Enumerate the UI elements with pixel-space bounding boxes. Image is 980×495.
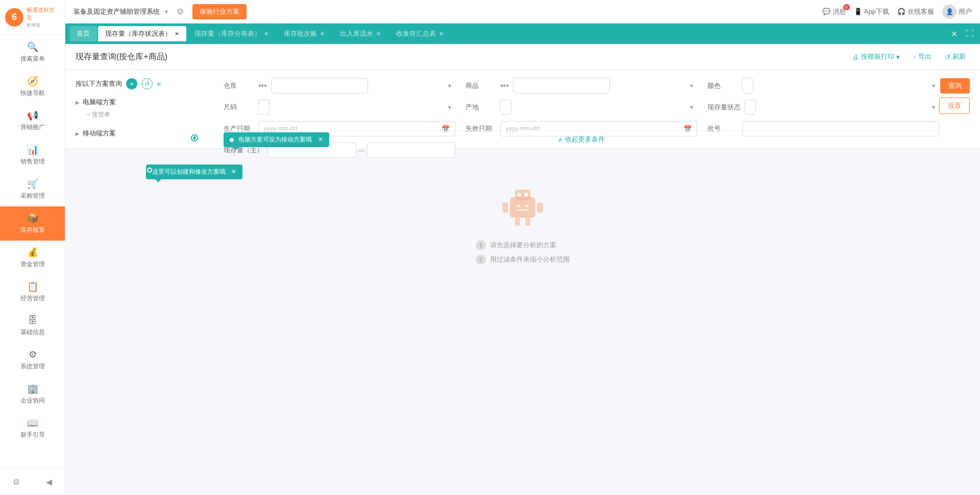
sidebar-item-operations[interactable]: 📋经营管理 — [0, 275, 65, 309]
tooltip1-connector — [192, 135, 197, 140]
svg-rect-10 — [517, 209, 529, 211]
goods-options-icon[interactable]: ••• — [500, 81, 509, 90]
scheme-desktop-label: 电脑端方案 — [83, 98, 116, 107]
tab-close-icon[interactable]: ✕ — [264, 31, 268, 37]
sales-icon: 📊 — [27, 144, 38, 155]
expand-icon-mobile[interactable]: ▶ — [76, 131, 80, 136]
tab-inventory_status[interactable]: 现存量（库存状况表）✕ — [98, 26, 186, 41]
warehouse-options-icon[interactable]: ••• — [258, 81, 267, 90]
sidebar-item-guide[interactable]: 📖新手引导 — [0, 411, 65, 445]
empty-step-1: 1 请先选择要分析的方案 — [476, 240, 570, 250]
phone-icon: 📱 — [854, 8, 862, 15]
color-field: 颜色 — [707, 78, 939, 93]
svg-rect-4 — [502, 202, 508, 213]
tab-close-icon[interactable]: ✕ — [320, 31, 325, 37]
empty-illustration — [497, 179, 548, 232]
color-label: 颜色 — [707, 81, 738, 90]
print-icon: 🖨 — [852, 53, 859, 61]
sidebar-item-search[interactable]: 🔍搜索菜单 — [0, 35, 65, 69]
system-dropdown-icon[interactable]: ▾ — [165, 8, 168, 15]
nav-label: 企业协同 — [20, 396, 45, 405]
svg-rect-0 — [510, 197, 535, 218]
close-all-tabs-icon[interactable]: ✕ — [949, 27, 960, 41]
app-download-button[interactable]: 📱 App下载 — [854, 7, 889, 16]
sidebar-item-enterprise[interactable]: 🏢企业协同 — [0, 377, 65, 411]
tooltip-dot-1 — [230, 138, 234, 142]
settings-icon[interactable]: ⚙ — [10, 474, 23, 490]
tab-label: 现存量（库存分布表） — [194, 29, 261, 38]
refresh-scheme-button[interactable]: ↺ — [141, 78, 153, 89]
sidebar-item-sales[interactable]: 📊销售管理 — [0, 138, 65, 172]
expand-icon[interactable]: ▶ — [76, 100, 80, 105]
logo-text-line1: 畅通道好生意 — [27, 6, 60, 22]
form-fields-area: 仓库 ••• 商品 ••• 颜色 — [224, 78, 939, 123]
child-label: 接货单 — [92, 111, 110, 118]
refresh-button[interactable]: ↺ 刷新 — [941, 50, 970, 63]
tab-close-icon[interactable]: ✕ — [439, 31, 444, 37]
goods-label: 商品 — [465, 81, 496, 90]
header-gear-icon[interactable]: ⚙ — [173, 5, 187, 19]
nav-label: 库存核算 — [20, 226, 45, 234]
set-button[interactable]: 设置 — [939, 98, 970, 114]
sidebar-bottom: ⚙ ◀ — [0, 468, 65, 495]
sidebar-item-marketing[interactable]: 📢营销推广 — [0, 104, 65, 138]
collapse-sidebar-icon[interactable]: ◀ — [43, 474, 55, 490]
nav-label: 营销推广 — [20, 123, 45, 132]
expand-tabs-icon[interactable]: ⛶ — [964, 27, 976, 41]
inventory-icon: 📦 — [27, 213, 38, 224]
enterprise-icon: 🏢 — [27, 383, 38, 394]
print-button[interactable]: 🖨 按模板打印 ▾ — [848, 50, 904, 63]
sidebar-item-basic[interactable]: 🗄基础信息 — [0, 309, 65, 343]
sidebar-item-inventory[interactable]: 📦库存核算 — [0, 206, 65, 241]
origin-select[interactable] — [500, 100, 511, 115]
tab-collect[interactable]: 收发存汇总表✕ — [389, 26, 451, 41]
collapse-button[interactable]: ∧ 收起更多条件 — [224, 130, 939, 148]
tab-batch[interactable]: 库存批次账✕ — [277, 26, 332, 41]
top-header: 装备及固定资产辅助管理系统 ▾ ⚙ 体验行业方案 💬 消息 6 📱 App下载 … — [65, 0, 980, 23]
add-scheme-button[interactable]: + — [126, 78, 137, 89]
sidebar-nav: 🔍搜索菜单🧭快捷导航📢营销推广📊销售管理🛒采购管理📦库存核算💰资金管理📋经营管理… — [0, 35, 65, 468]
content-area: 现存量查询(按仓库+商品) 🖨 按模板打印 ▾ ↑ 导出 ↺ 刷新 — [65, 44, 980, 495]
tab-close-icon[interactable]: ✕ — [175, 31, 179, 37]
warehouse-field: 仓库 ••• — [224, 78, 455, 93]
app-label: App下载 — [864, 7, 889, 16]
sidebar-item-finance[interactable]: 💰资金管理 — [0, 241, 65, 275]
finance-icon: 💰 — [27, 247, 38, 258]
goods-input[interactable] — [513, 78, 610, 93]
tooltip1-close-icon[interactable]: ✕ — [318, 136, 323, 143]
inventory-status-field: 现存量状态 — [707, 100, 939, 115]
avatar: 👤 — [942, 5, 957, 19]
tab-label: 出入库流水 — [340, 29, 373, 38]
step1-text: 请先选择要分析的方案 — [490, 241, 556, 250]
message-button[interactable]: 💬 消息 6 — [822, 7, 846, 16]
user-button[interactable]: 👤 用户 — [942, 5, 972, 19]
online-support-button[interactable]: 🎧 在线客服 — [897, 7, 934, 16]
tab-home[interactable]: 首页 — [69, 26, 97, 41]
search-button[interactable]: 查询 — [940, 78, 970, 93]
tab-close-icon[interactable]: ✕ — [376, 31, 381, 37]
empty-robot-icon — [497, 179, 548, 230]
message-icon: 💬 — [822, 8, 830, 15]
main-area: 装备及固定资产辅助管理系统 ▾ ⚙ 体验行业方案 💬 消息 6 📱 App下载 … — [65, 0, 980, 495]
experience-button[interactable]: 体验行业方案 — [192, 4, 247, 19]
color-select[interactable] — [742, 78, 753, 93]
arrow-left-icon[interactable]: « — [157, 79, 161, 88]
tab-inout[interactable]: 出入库流水✕ — [333, 26, 388, 41]
inventory-status-select[interactable] — [745, 100, 756, 115]
svg-point-3 — [524, 193, 528, 197]
warehouse-input[interactable] — [271, 78, 368, 93]
logo-icon: 6 — [5, 8, 23, 27]
sidebar-item-purchase[interactable]: 🛒采购管理 — [0, 172, 65, 206]
step2-text: 用过滤条件来缩小分析范围 — [490, 255, 570, 264]
tab-inventory_dist[interactable]: 现存量（库存分布表）✕ — [187, 26, 276, 41]
sub-icon: ⊣ — [86, 112, 90, 117]
tooltip2-close-icon[interactable]: ✕ — [231, 168, 236, 175]
size-label: 尺码 — [224, 103, 254, 112]
sidebar-item-system[interactable]: ⚙系统管理 — [0, 343, 65, 377]
refresh-icon: ↺ — [945, 53, 950, 61]
step-num-1: 1 — [476, 240, 486, 250]
export-button[interactable]: ↑ 导出 — [909, 50, 936, 63]
size-select[interactable] — [258, 100, 270, 115]
sidebar-item-quick[interactable]: 🧭快捷导航 — [0, 69, 65, 104]
system-name: 装备及固定资产辅助管理系统 — [74, 7, 160, 16]
